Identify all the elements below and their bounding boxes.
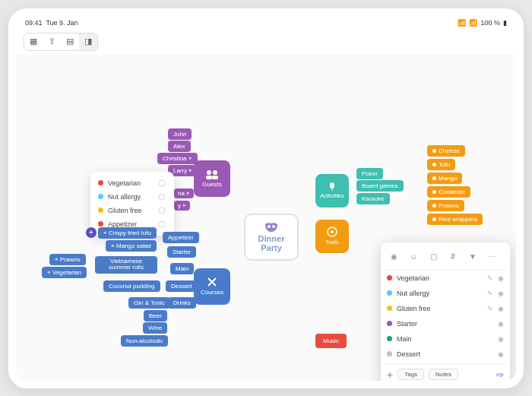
eye-icon xyxy=(157,179,166,188)
tags-button[interactable]: Tags xyxy=(397,369,424,380)
center-title-1: Dinner xyxy=(258,234,285,243)
panel-tabs: ◉ ☺ ▢ # ▼ ⋯ xyxy=(385,247,505,271)
category-activities[interactable]: Activities xyxy=(315,174,349,208)
drink-node[interactable]: Non-alcoholic xyxy=(121,335,168,347)
collapse-icon[interactable]: ⇨ xyxy=(496,369,504,380)
svg-point-3 xyxy=(213,170,217,175)
category-guests[interactable]: Guests xyxy=(194,160,230,197)
dish-node[interactable]: Coconut pudding xyxy=(103,280,160,292)
todo-node[interactable]: Cheese xyxy=(427,145,465,157)
tab-filter[interactable]: ▼ xyxy=(466,250,480,264)
activity-node[interactable]: Karaoke xyxy=(356,193,390,204)
tag-row[interactable]: Dessert◉ xyxy=(385,347,505,362)
drink-node[interactable]: Gin & Tonic xyxy=(128,297,170,309)
svg-point-2 xyxy=(207,170,211,175)
view-split-button[interactable]: ◨ xyxy=(79,33,97,50)
eye-icon xyxy=(157,192,166,201)
center-title-2: Party xyxy=(261,243,282,252)
add-tag-button[interactable]: + xyxy=(387,369,393,381)
course-node[interactable]: Starter xyxy=(167,246,196,258)
category-music[interactable]: Music xyxy=(315,334,347,348)
filter-row[interactable]: Gluten free xyxy=(95,204,169,217)
tag-row[interactable]: Starter◉ xyxy=(385,316,505,331)
course-node[interactable]: Appetizer xyxy=(163,232,199,243)
category-label: Courses xyxy=(201,289,223,296)
svg-point-6 xyxy=(159,180,165,186)
todo-node[interactable]: Coriander xyxy=(427,186,470,198)
edit-icon[interactable]: ✎ xyxy=(487,305,493,312)
svg-point-0 xyxy=(268,225,271,228)
svg-rect-4 xyxy=(206,176,212,179)
signal-icon: 📶 xyxy=(458,19,466,27)
activity-node[interactable]: Board games xyxy=(356,180,404,192)
filter-row[interactable]: Nut allergy xyxy=(95,190,169,204)
tab-more[interactable]: ⋯ xyxy=(486,250,499,264)
dish-node[interactable]: ◂Prawns xyxy=(49,254,86,265)
tab-emoji[interactable]: ☺ xyxy=(407,250,420,264)
drink-node[interactable]: Beer xyxy=(144,310,167,322)
eye-icon[interactable]: ◉ xyxy=(498,350,504,358)
svg-point-12 xyxy=(331,230,334,233)
dish-node[interactable]: ◂Mango salad xyxy=(106,240,157,252)
tag-row[interactable]: Main◉ xyxy=(385,331,505,347)
tab-image[interactable]: ▢ xyxy=(426,250,440,264)
mask-icon xyxy=(264,222,279,233)
category-label: Activities xyxy=(320,192,344,199)
category-courses[interactable]: Courses xyxy=(194,268,230,305)
dish-node[interactable]: ◂Vegetarian xyxy=(42,267,87,278)
filter-row[interactable]: Vegetarian xyxy=(95,176,169,190)
eye-icon[interactable]: ◉ xyxy=(498,320,504,328)
eye-icon xyxy=(157,206,166,215)
course-node[interactable]: Main xyxy=(170,263,194,274)
tag-row[interactable]: Vegetarian✎◉ xyxy=(385,271,505,286)
mindmap-canvas[interactable]: Dinner Party Guests John Alex Christina▸… xyxy=(16,54,516,381)
view-grid-button[interactable]: ▦ xyxy=(24,33,43,50)
view-list-button[interactable]: ▤ xyxy=(61,33,79,50)
eye-icon[interactable]: ◉ xyxy=(498,335,504,343)
edit-icon[interactable]: ✎ xyxy=(487,290,493,297)
activity-node[interactable]: Poker xyxy=(356,168,383,179)
todo-node[interactable]: Mango xyxy=(427,173,462,184)
category-label: Guests xyxy=(202,181,221,188)
status-left: 09:41 Tue 9. Jan xyxy=(25,19,78,27)
tablet-frame: 09:41 Tue 9. Jan 📶 📶 100 % ▮ ▦ ⇪ ▤ ◨ Din… xyxy=(8,8,524,388)
tag-row[interactable]: Gluten free✎◉ xyxy=(385,301,505,316)
svg-point-7 xyxy=(159,194,165,200)
mic-icon xyxy=(327,182,337,191)
tag-row[interactable]: Nut allergy✎◉ xyxy=(385,286,505,301)
target-icon xyxy=(327,227,337,237)
eye-icon[interactable]: ◉ xyxy=(498,290,504,297)
tab-color[interactable]: ◉ xyxy=(387,250,401,264)
eye-icon xyxy=(157,220,166,229)
course-node[interactable]: Dessert xyxy=(166,280,198,292)
tab-tag[interactable]: # xyxy=(446,250,460,264)
guest-node[interactable]: Alex xyxy=(168,141,191,152)
svg-rect-10 xyxy=(330,182,334,188)
guest-node[interactable]: y▸ xyxy=(174,201,190,211)
guest-node[interactable]: Christina▸ xyxy=(157,153,198,164)
add-node-button[interactable]: + xyxy=(86,227,97,238)
toolbar: ▦ ⇪ ▤ ◨ xyxy=(16,30,516,54)
todo-node[interactable]: Prawns xyxy=(427,200,464,211)
edit-icon[interactable]: ✎ xyxy=(487,274,493,282)
filter-popup: Vegetarian Nut allergy Gluten free Appet… xyxy=(90,172,174,236)
dish-node[interactable]: ◂Crispy fried tofu xyxy=(98,227,157,239)
center-node[interactable]: Dinner Party xyxy=(244,214,299,261)
todo-node[interactable]: Tofu xyxy=(427,159,455,170)
notes-button[interactable]: Notes xyxy=(429,369,458,380)
guest-node[interactable]: ha▸ xyxy=(174,188,194,198)
category-label: Todo xyxy=(325,239,338,246)
course-drinks[interactable]: Drinks xyxy=(168,297,196,309)
status-bar: 09:41 Tue 9. Jan 📶 📶 100 % ▮ xyxy=(16,16,516,30)
eye-icon[interactable]: ◉ xyxy=(498,274,504,282)
svg-rect-5 xyxy=(212,176,218,179)
todo-node[interactable]: Rice wrappers xyxy=(427,214,483,225)
category-todo[interactable]: Todo xyxy=(315,220,349,253)
battery-text: 100 % xyxy=(480,19,500,27)
eye-icon[interactable]: ◉ xyxy=(498,305,504,312)
share-button[interactable]: ⇪ xyxy=(43,33,61,50)
guest-node[interactable]: John xyxy=(168,128,192,140)
dish-node[interactable]: Vietnamese summer rolls xyxy=(95,256,157,274)
status-right: 📶 📶 100 % ▮ xyxy=(458,19,507,27)
drink-node[interactable]: Wine xyxy=(143,322,167,334)
